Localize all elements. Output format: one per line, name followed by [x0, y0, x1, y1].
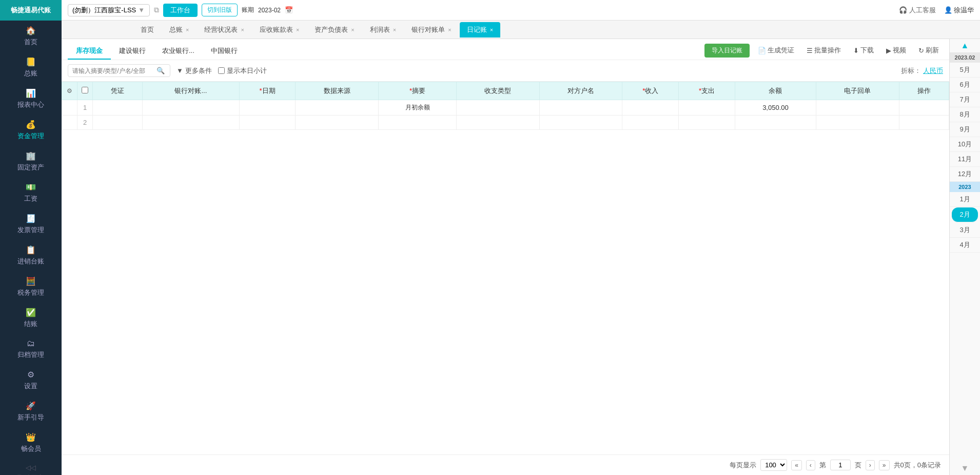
main-area: (勿删）江西腺宝-LSS ▼ ⧉ 工作台 切到旧版 账期 2023-02 📅 🎧…: [62, 0, 980, 475]
sidebar-item-invoice[interactable]: 🧾 发票管理: [0, 208, 62, 240]
search-box[interactable]: 🔍: [68, 64, 170, 77]
month-8[interactable]: 8月: [950, 107, 980, 122]
month-12[interactable]: 12月: [950, 167, 980, 182]
month-11[interactable]: 11月: [950, 152, 980, 167]
sub-tab-cash-label: 库存现金: [76, 47, 103, 54]
show-daily-total-input[interactable]: [218, 67, 225, 74]
sidebar: 畅捷通易代账 🏠 首页 📒 总账 📊 报表中心 💰 资金管理 🏢 固定资产 💵 …: [0, 0, 62, 475]
calendar-down-button[interactable]: ▼: [950, 462, 980, 475]
sidebar-item-home[interactable]: 🏠 首页: [0, 21, 62, 52]
col-expense: *支出: [679, 82, 735, 100]
month-4[interactable]: 4月: [950, 238, 980, 253]
tab-balance-sheet[interactable]: 资产负债表 ×: [307, 22, 361, 37]
sub-tab-cash[interactable]: 库存现金: [68, 43, 111, 60]
sidebar-item-assets[interactable]: 🏢 固定资产: [0, 146, 62, 177]
sidebar-item-tax[interactable]: 🧮 税务管理: [0, 271, 62, 302]
first-page-button[interactable]: «: [791, 460, 802, 470]
user-service-button[interactable]: 🎧 人工客服: [899, 6, 935, 15]
tab-business-close[interactable]: ×: [241, 27, 244, 33]
sidebar-item-archive[interactable]: 🗂 归档管理: [0, 334, 62, 365]
sidebar-item-sales[interactable]: 📋 进销台账: [0, 240, 62, 271]
tab-receivable[interactable]: 应收账款表 ×: [252, 22, 306, 37]
row-income-type: [456, 100, 539, 116]
refresh-button[interactable]: ↻ 刷新: [914, 44, 943, 57]
page-number-input[interactable]: [830, 460, 851, 470]
select-all-checkbox[interactable]: [82, 87, 88, 93]
month-3[interactable]: 3月: [950, 223, 980, 238]
tab-balance-sheet-label: 资产负债表: [315, 25, 348, 34]
row-bank-account: [143, 116, 240, 130]
month-1[interactable]: 1月: [950, 192, 980, 207]
sub-tab-agriculture[interactable]: 农业银行...: [154, 43, 203, 60]
tab-journal-close[interactable]: ×: [490, 27, 493, 33]
sidebar-unpin[interactable]: ◁◁ 取消固定: [17, 459, 44, 475]
sidebar-item-close-accounts[interactable]: ✅ 结账: [0, 302, 62, 334]
sidebar-item-label: 发票管理: [17, 225, 44, 235]
tab-business[interactable]: 经营状况表 ×: [197, 22, 251, 37]
tab-business-label: 经营状况表: [204, 25, 238, 34]
sub-tab-construction[interactable]: 建设银行: [111, 43, 154, 60]
search-input[interactable]: [72, 67, 154, 74]
video-label: 视频: [893, 46, 906, 55]
sidebar-item-settings[interactable]: ⚙ 设置: [0, 365, 62, 396]
sidebar-item-member[interactable]: 👑 畅会员: [0, 427, 62, 459]
tab-home[interactable]: 首页: [133, 22, 161, 37]
month-2-active[interactable]: 2月: [952, 207, 978, 222]
row-checkbox: 1: [77, 100, 93, 116]
calendar-up-button[interactable]: ▲: [950, 39, 980, 52]
sidebar-item-guide[interactable]: 🚀 新手引导: [0, 396, 62, 427]
tab-journal[interactable]: 日记账 ×: [460, 22, 500, 37]
per-page-select[interactable]: 100 50 200: [760, 459, 787, 471]
currency-value[interactable]: 人民币: [923, 66, 943, 75]
download-icon: ⬇: [853, 47, 859, 54]
search-icon[interactable]: 🔍: [156, 67, 165, 74]
import-journal-button[interactable]: 导入日记账: [704, 44, 750, 58]
tab-ledger[interactable]: 总账 ×: [162, 22, 196, 37]
show-daily-total-checkbox[interactable]: 显示本日小计: [218, 66, 267, 75]
month-10[interactable]: 10月: [950, 137, 980, 152]
tab-balance-sheet-close[interactable]: ×: [351, 27, 354, 33]
month-7[interactable]: 7月: [950, 92, 980, 107]
last-page-button[interactable]: »: [879, 460, 890, 470]
year-2023-label[interactable]: 2023: [950, 182, 980, 192]
row-income-type: [456, 116, 539, 130]
more-conditions-button[interactable]: ▼ 更多条件: [177, 66, 212, 75]
sidebar-item-salary[interactable]: 💵 工资: [0, 177, 62, 208]
sidebar-item-ledger[interactable]: 📒 总账: [0, 52, 62, 83]
workbench-button[interactable]: 工作台: [163, 4, 198, 17]
tab-journal-label: 日记账: [467, 25, 487, 34]
switch-version-button[interactable]: 切到旧版: [202, 4, 238, 16]
col-operation: 操作: [899, 82, 949, 100]
month-9[interactable]: 9月: [950, 122, 980, 137]
tab-profit[interactable]: 利润表 ×: [363, 22, 403, 37]
sidebar-item-reports[interactable]: 📊 报表中心: [0, 83, 62, 115]
video-button[interactable]: ▶ 视频: [882, 44, 910, 57]
row-voucher: [93, 100, 143, 116]
batch-op-button[interactable]: ☰ 批量操作: [802, 44, 845, 57]
sidebar-item-finance[interactable]: 💰 资金管理: [0, 115, 62, 146]
tab-ledger-close[interactable]: ×: [186, 27, 189, 33]
sidebar-item-label: 工资: [24, 194, 37, 203]
download-button[interactable]: ⬇ 下载: [849, 44, 878, 57]
copy-icon[interactable]: ⧉: [154, 6, 159, 14]
year-2023-prev-header[interactable]: 2023.02: [950, 52, 980, 63]
month-5[interactable]: 5月: [950, 63, 980, 78]
col-settings[interactable]: ⚙: [62, 82, 77, 100]
row-operation: [899, 116, 949, 130]
prev-page-button[interactable]: ‹: [806, 460, 815, 470]
company-selector[interactable]: (勿删）江西腺宝-LSS ▼: [68, 4, 150, 16]
username-display[interactable]: 👤 徐温华: [944, 6, 974, 15]
tab-bank-statement-close[interactable]: ×: [448, 27, 451, 33]
tab-profit-close[interactable]: ×: [393, 27, 396, 33]
refresh-icon: ↻: [918, 47, 924, 54]
tab-bank-statement[interactable]: 银行对账单 ×: [404, 22, 458, 37]
tab-receivable-close[interactable]: ×: [296, 27, 299, 33]
next-page-button[interactable]: ›: [866, 460, 875, 470]
sub-tab-china-bank[interactable]: 中国银行: [203, 43, 246, 60]
filter-icon: ▼: [177, 67, 183, 74]
col-checkbox[interactable]: [77, 82, 93, 100]
period-calendar-icon[interactable]: 📅: [285, 6, 293, 14]
generate-voucher-button[interactable]: 📄 生成凭证: [754, 44, 798, 57]
month-6[interactable]: 6月: [950, 78, 980, 92]
headset-icon: 🎧: [899, 6, 907, 14]
